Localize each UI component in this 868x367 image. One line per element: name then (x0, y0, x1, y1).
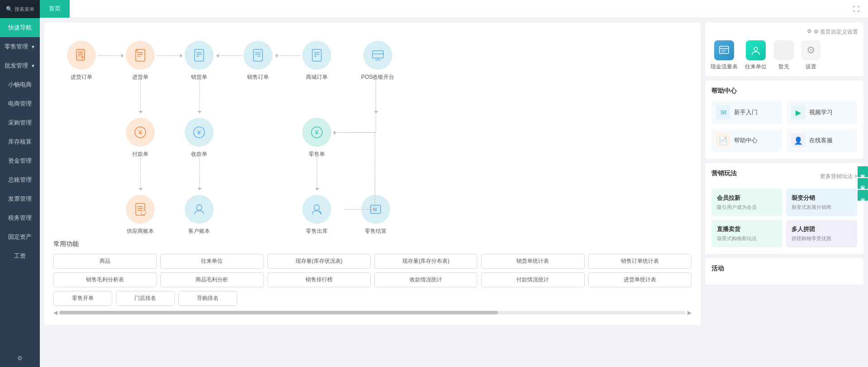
help-item-video[interactable]: ▶ 视频学习 (787, 101, 857, 124)
service-icon: 👤 (791, 133, 806, 148)
customer-book-icon (185, 195, 214, 224)
marketing-title: 营销玩法 (711, 169, 737, 178)
func-btn-sales-rank[interactable]: 销售排行榜 (267, 272, 371, 287)
marketing-item-livestream[interactable]: 直播卖货 场景式购物新玩法 (711, 220, 782, 247)
sidebar-settings-btn[interactable]: ⚙ (0, 349, 40, 367)
nav-cashflow[interactable]: 现金流量表 (711, 40, 738, 71)
svg-rect-22 (375, 59, 381, 61)
svg-rect-0 (76, 49, 85, 60)
sidebar-item-wholesale[interactable]: 批发管理 ▼ (0, 56, 40, 75)
func-btn-guide-rank[interactable]: 导购排名 (178, 291, 237, 306)
func-btn-payment-stat[interactable]: 付款情况统计 (481, 272, 584, 287)
node-retail-out[interactable]: 零售出库 (302, 195, 331, 235)
right-panel: ⚙ ⚙ 首页自定义设置 现金流量表 往来单位 (705, 18, 868, 367)
sidebar-item-purchase[interactable]: 采购管理 (0, 113, 40, 132)
node-pos[interactable]: POS收银开台 (361, 41, 394, 81)
help-title: 帮助中心 (711, 87, 857, 95)
beginner-icon: ✉ (716, 105, 730, 120)
svg-point-44 (754, 47, 758, 51)
func-btn-contacts[interactable]: 往来单位 (160, 254, 263, 269)
functions-row1: 商品 往来单位 现存量(库存状况表) 现存量(库存分布表) 销货单统计表 销售订… (53, 254, 692, 269)
func-btn-retail-order[interactable]: 零售开单 (53, 291, 112, 306)
activity-title: 活动 (711, 265, 857, 273)
func-btn-inventory-status[interactable]: 现存量(库存状况表) (267, 254, 371, 269)
help-icon-item: 📄 (716, 133, 730, 148)
node-customer-book[interactable]: 客户账本 (185, 195, 214, 235)
sidebar-item-invoice[interactable]: 发票管理 (0, 189, 40, 208)
sidebar-item-salary[interactable]: 工资 (0, 246, 40, 266)
common-functions-title: 常用功能 (53, 240, 692, 248)
node-retail-settle[interactable]: ¥ 零售结算 (361, 195, 390, 235)
nav-settings[interactable]: ⚙ 设置 (801, 40, 821, 71)
help-item-service[interactable]: 👤 在线客服 (787, 129, 857, 152)
sidebar-item-capital[interactable]: 资金管理 (0, 151, 40, 170)
customize-btn[interactable]: ⚙ ⚙ 首页自定义设置 (711, 28, 858, 36)
node-mall-order[interactable]: 商城订单 (302, 41, 331, 81)
func-btn-sales-stat[interactable]: 销货单统计表 (481, 254, 584, 269)
receipt-icon: ¥ (185, 118, 214, 147)
func-btn-receipt-stat[interactable]: 收款情况统计 (374, 272, 477, 287)
top-bar: 首页 ⛶ (40, 0, 868, 18)
scroll-thumb (59, 311, 498, 314)
sidebar-item-retail[interactable]: 零售管理 ▼ (0, 37, 40, 56)
sidebar-item-quicknav[interactable]: 快捷导航 (0, 18, 40, 37)
marketing-item-group-buy[interactable]: 多人拼团 拼团购物享受优惠 (786, 220, 857, 247)
func-btn-product-profit[interactable]: 商品毛利分析 (160, 272, 263, 287)
svg-rect-16 (312, 49, 321, 61)
sales-icon (185, 41, 214, 70)
node-sales-order[interactable]: 销售订单 (243, 41, 272, 81)
func-btn-inventory-dist[interactable]: 现存量(库存分布表) (374, 254, 477, 269)
scroll-right-arrow[interactable]: ▶ (687, 309, 692, 316)
payment-icon: ¥ (126, 118, 155, 147)
flow-card: .abs-node { position: absolute; display:… (44, 23, 701, 325)
quick-nav-panel: ⚙ ⚙ 首页自定义设置 现金流量表 往来单位 (705, 23, 863, 76)
marketing-more-link[interactable]: 更多营销玩法 > (820, 173, 857, 180)
sidebar-item-inventory[interactable]: 库存核算 (0, 132, 40, 151)
sidebar-item-tax[interactable]: 税务管理 (0, 208, 40, 227)
chevron-down-icon: ▼ (31, 63, 35, 68)
expand-btn[interactable]: ⛶ (850, 3, 863, 15)
contacts-icon (746, 40, 766, 60)
float-btn-desktop[interactable]: 桌面快捷 (858, 190, 868, 201)
help-item-help[interactable]: 📄 帮助中心 (711, 129, 782, 152)
purchase-icon (126, 41, 155, 70)
func-btn-purchase-stat[interactable]: 进货单统计表 (588, 272, 692, 287)
float-btn-community[interactable]: 服务社区 (858, 178, 868, 189)
svg-point-34 (141, 210, 146, 215)
svg-text:¥: ¥ (138, 129, 142, 136)
cashflow-icon (714, 40, 734, 60)
func-btn-sales-order-stat[interactable]: 销售订单统计表 (588, 254, 692, 269)
help-item-beginner[interactable]: ✉ 新手入门 (711, 101, 782, 124)
func-btn-sales-profit[interactable]: 销售毛利分析表 (53, 272, 157, 287)
help-panel: 帮助中心 ✉ 新手入门 ▶ 视频学习 📄 帮助中心 👤 (705, 81, 863, 159)
sidebar-item-ecommerce-small[interactable]: 小畅电商 (0, 75, 40, 94)
marketing-item-fission[interactable]: 裂变分销 裂变式发展分销商 (786, 188, 857, 216)
empty-icon (774, 40, 794, 60)
mall-order-icon (302, 41, 331, 70)
nav-contacts[interactable]: 往来单位 (745, 40, 767, 71)
activity-panel: 活动 (705, 258, 863, 285)
sidebar-item-assets[interactable]: 固定资产 (0, 227, 40, 246)
sidebar-search[interactable]: 🔍 搜索菜单 (0, 0, 40, 18)
svg-rect-20 (372, 51, 383, 58)
sidebar: 🔍 搜索菜单 快捷导航 零售管理 ▼ 批发管理 ▼ 小畅电商 电商管理 采购管理… (0, 0, 40, 367)
sales-order-icon (243, 41, 272, 70)
main-panel: .abs-node { position: absolute; display:… (40, 18, 705, 367)
node-supplier-book[interactable]: 供应商账本 (126, 195, 155, 235)
sidebar-item-ledger[interactable]: 总账管理 (0, 170, 40, 189)
flow-diagram: .abs-node { position: absolute; display:… (53, 32, 692, 240)
pos-icon (363, 41, 392, 70)
func-btn-product[interactable]: 商品 (53, 254, 157, 269)
scroll-track[interactable] (59, 311, 686, 314)
marketing-header: 营销玩法 更多营销玩法 > (711, 169, 857, 183)
func-btn-store-rank[interactable]: 门店排名 (116, 291, 175, 306)
gear-icon-customize: ⚙ (807, 28, 812, 36)
node-purchase-order[interactable]: 进货订单 (67, 41, 96, 81)
main-area: 首页 ⛶ .abs-node { position: absolute; dis… (40, 0, 868, 367)
tab-home[interactable]: 首页 (40, 0, 70, 18)
float-btn-service[interactable]: 客服热线 (858, 166, 868, 177)
common-functions-section: 常用功能 商品 往来单位 现存量(库存状况表) 现存量(库存分布表) 销货单统计… (53, 240, 692, 316)
scroll-left-arrow[interactable]: ◀ (53, 309, 57, 316)
sidebar-item-ecommerce[interactable]: 电商管理 (0, 94, 40, 113)
marketing-item-member[interactable]: 会员拉新 吸引用户成为会员 (711, 188, 782, 216)
